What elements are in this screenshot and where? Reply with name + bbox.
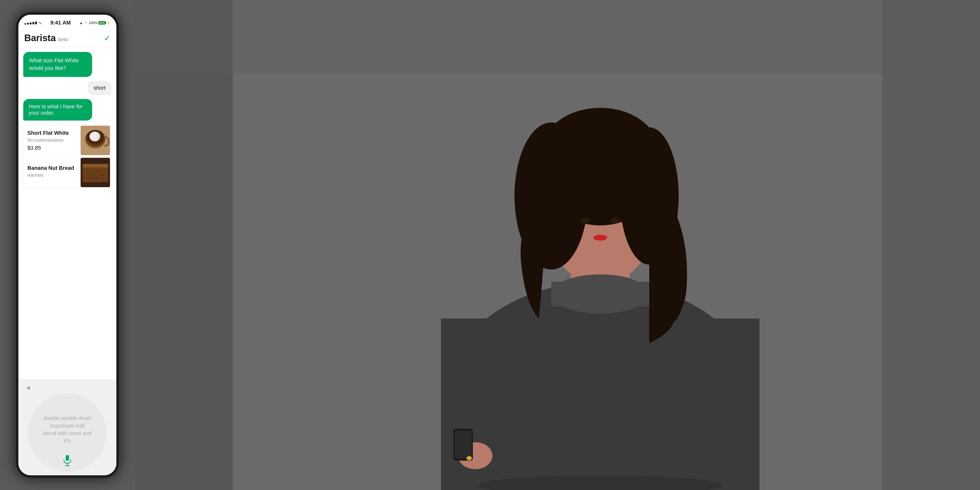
signal-icon <box>24 21 37 24</box>
battery-container: 100% ⚡ <box>89 21 110 25</box>
bread-image <box>81 158 110 187</box>
coffee-image <box>81 126 110 155</box>
battery-fill <box>99 22 105 24</box>
phone-frame: ∿ 9:41 AM ▲ ⍑ 100% ⚡ <box>16 12 119 478</box>
order-item-0-customization: No customizations <box>27 138 75 143</box>
wifi-icon: ∿ <box>38 21 41 25</box>
battery-percent: 100% <box>89 21 97 25</box>
svg-point-37 <box>593 235 607 240</box>
order-item-0[interactable]: Short Flat White No customizations $3.85 <box>24 125 111 157</box>
mic-icon[interactable] <box>61 453 73 468</box>
order-item-1-name: Banana Nut Bread <box>27 165 75 171</box>
bot-message-1: What size Flat White would you like? <box>23 52 92 77</box>
app-header: Barista beta ✓ <box>18 29 116 47</box>
order-item-1-customization: warmed <box>27 173 75 178</box>
order-item-1[interactable]: Banana Nut Bread warmed <box>24 157 111 188</box>
person-section <box>135 0 980 490</box>
svg-point-43 <box>467 456 472 460</box>
user-reply: short <box>88 81 111 95</box>
svg-point-16 <box>98 171 100 172</box>
svg-point-15 <box>92 174 94 175</box>
svg-point-5 <box>91 132 98 139</box>
status-time: 9:41 AM <box>50 20 71 26</box>
order-item-0-image <box>80 125 111 156</box>
status-right: ▲ ⍑ 100% ⚡ <box>80 21 110 25</box>
order-item-1-info: Banana Nut Bread warmed <box>24 157 80 188</box>
order-items-list: Short Flat White No customizations $3.85 <box>23 124 111 189</box>
charging-icon: ⚡ <box>106 21 110 25</box>
battery-icon <box>99 21 105 24</box>
status-left: ∿ <box>24 21 41 25</box>
order-item-1-image <box>80 157 111 188</box>
svg-rect-9 <box>83 167 108 168</box>
person-background <box>135 0 980 490</box>
bot-message-2: Here is what I have for your order. <box>23 99 92 121</box>
phone-section: ∿ 9:41 AM ▲ ⍑ 100% ⚡ <box>0 0 135 490</box>
order-item-0-price: $3.85 <box>27 145 75 151</box>
location-icon: ▲ <box>80 21 83 25</box>
svg-rect-20 <box>66 455 69 461</box>
svg-point-36 <box>611 218 619 223</box>
chevron-down-icon[interactable]: ✓ <box>104 33 110 43</box>
svg-point-19 <box>96 177 97 178</box>
phone-screen: ∿ 9:41 AM ▲ ⍑ 100% ⚡ <box>18 15 116 475</box>
close-button[interactable]: × <box>23 383 34 393</box>
svg-point-17 <box>102 175 103 176</box>
mic-button[interactable] <box>61 453 73 468</box>
order-item-0-info: Short Flat White No customizations $3.85 <box>24 125 80 156</box>
order-item-0-name: Short Flat White <box>27 130 75 136</box>
app-title: Barista <box>24 33 56 43</box>
app-beta-label: beta <box>58 37 68 42</box>
svg-rect-26 <box>135 0 980 73</box>
svg-point-34 <box>541 108 659 196</box>
svg-point-14 <box>87 170 89 172</box>
svg-point-35 <box>581 218 590 223</box>
voice-transcript: double upside down macchiato half decaf … <box>33 415 102 445</box>
svg-point-18 <box>90 177 91 178</box>
bluetooth-icon: ⍑ <box>85 21 87 25</box>
voice-input-area: × double upside down macchiato half deca… <box>18 379 116 475</box>
svg-rect-42 <box>455 431 472 459</box>
app-title-area: Barista beta <box>24 33 68 43</box>
svg-rect-39 <box>551 282 649 306</box>
chat-area: What size Flat White would you like? sho… <box>18 47 116 379</box>
status-bar: ∿ 9:41 AM ▲ ⍑ 100% ⚡ <box>18 15 116 29</box>
